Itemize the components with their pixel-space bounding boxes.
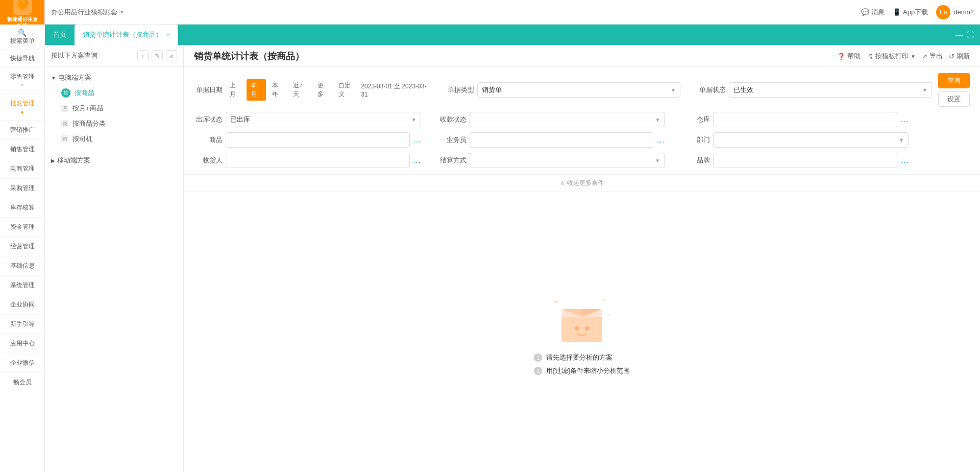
filter-cell-dept: 部门 ▼ (681, 132, 909, 148)
sidebar-item-sales[interactable]: 销售管理 (0, 140, 44, 159)
message-icon: 💬 (861, 8, 869, 16)
scheme-item-driver[interactable]: 司 按司机 (45, 131, 183, 147)
app-download-label: App下载 (903, 8, 928, 17)
filter-cell-warehouse: 仓库 … (681, 112, 909, 127)
collapse-panel-btn[interactable]: « (166, 50, 177, 61)
dept-select[interactable]: ▼ (713, 132, 909, 148)
sidebar: 🧡 畅捷通好生意 标版 🔍 搜索菜单 快捷导航 零售管理 ▼ 批发管理 ▲ 营销… (0, 0, 45, 472)
date-range-text: 2023-03-01 至 2023-03-31 (361, 82, 429, 98)
scheme-parent-mobile[interactable]: ▶ 移动端方案 (45, 153, 183, 168)
goods-ellipsis[interactable]: … (413, 135, 421, 145)
query-area: 销货单统计计表（按商品） ❓ 帮助 🖨 按模板打印 ▼ ↗ 导出 (184, 45, 980, 472)
sidebar-item-label: 畅会员 (0, 378, 44, 387)
settlement-label: 结算方式 (438, 156, 467, 165)
tab-home[interactable]: 首页 (45, 25, 75, 45)
sidebar-item-wechat[interactable]: 企业微信 (0, 353, 44, 373)
payment-select[interactable]: ▼ (470, 112, 665, 127)
scheme-label: 按司机 (72, 134, 92, 144)
sidebar-item-newuser[interactable]: 新手引导 (0, 315, 44, 334)
collapse-bar[interactable]: ∧ 收起更多条件 (184, 175, 980, 192)
svg-text:✦: ✦ (602, 297, 606, 302)
chevron-down-icon: ▼ (899, 137, 904, 143)
scheme-parent-desktop[interactable]: ▼ 电脑端方案 (45, 70, 183, 85)
edit-scheme-btn[interactable]: ✎ (152, 50, 163, 61)
salesman-ellipsis[interactable]: … (656, 135, 665, 145)
date-label: 单据日期 (194, 85, 223, 95)
empty-illustration: ✦ ✦ ✦ (549, 289, 615, 345)
chevron-down-icon: ▼ (922, 87, 927, 93)
print-dropdown-icon: ▼ (911, 54, 916, 59)
tab-sales-report-label: 销货单统计计表（按商品） (83, 30, 162, 39)
filter-panel-header: 按以下方案查询 + ✎ « (45, 45, 183, 67)
query-button[interactable]: 查询 (938, 73, 970, 88)
window-minimize-icon[interactable]: — (955, 31, 963, 39)
empty-step-1-text: 请先选择要分析的方案 (546, 353, 612, 362)
date-tab-last-month[interactable]: 上月 (226, 79, 244, 101)
scheme-item-month-goods[interactable]: 月 按月+商品 (45, 101, 183, 116)
outstatus-select[interactable]: 已出库 ▼ (226, 112, 421, 127)
sidebar-item-inventory[interactable]: 库存核算 (0, 198, 44, 218)
sidebar-item-appcenter[interactable]: 应用中心 (0, 334, 44, 353)
brand-ellipsis[interactable]: … (900, 156, 909, 165)
industry-selector[interactable]: 办公用品行业模拟账套 ▼ (51, 8, 125, 17)
sidebar-item-ecommerce[interactable]: 电商管理 (0, 159, 44, 179)
window-maximize-icon[interactable]: ⛶ (967, 31, 974, 39)
receiver-ellipsis[interactable]: … (413, 156, 421, 165)
edit-icon: ✎ (155, 52, 160, 60)
warehouse-ellipsis[interactable]: … (900, 115, 909, 124)
sidebar-item-marketing[interactable]: 营销推广 (0, 121, 44, 140)
sidebar-item-label: 新手引导 (0, 320, 44, 328)
scheme-group-mobile: ▶ 移动端方案 (45, 150, 183, 171)
dept-label: 部门 (681, 135, 710, 145)
filter-form: 单据日期 上月 本月 本年 近7天 更多 自定义 2023-03-01 至 20… (184, 67, 980, 175)
chevron-down-icon: ▼ (655, 117, 660, 123)
sidebar-item-finance[interactable]: 资金管理 (0, 218, 44, 237)
sidebar-item-retail[interactable]: 零售管理 ▼ (0, 67, 44, 94)
app-download-btn[interactable]: 📱 App下载 (893, 8, 928, 17)
sidebar-item-system[interactable]: 系统管理 (0, 276, 44, 295)
add-scheme-btn[interactable]: + (137, 50, 149, 61)
sidebar-item-wholesale[interactable]: 批发管理 ▲ (0, 94, 44, 121)
brand-input[interactable] (713, 153, 897, 168)
sidebar-item-member[interactable]: 畅会员 (0, 373, 44, 392)
date-tab-more[interactable]: 更多 (313, 79, 332, 101)
settings-button[interactable]: 设置 (938, 91, 970, 107)
app-logo: 🧡 畅捷通好生意 标版 (0, 0, 44, 25)
scheme-item-by-goods[interactable]: 按 按商品 (45, 85, 183, 101)
sidebar-item-basics[interactable]: 基础信息 (0, 256, 44, 276)
print-btn[interactable]: 🖨 按模板打印 ▼ (867, 52, 916, 61)
date-tab-7days[interactable]: 近7天 (289, 79, 311, 101)
sidebar-item-purchase[interactable]: 采购管理 (0, 179, 44, 198)
expand-arrow-icon: ▼ (51, 75, 56, 81)
tab-sales-report[interactable]: 销货单统计计表（按商品） × (75, 25, 178, 45)
filter-cell-docstatus: 单据状态 已生效 ▼ (697, 82, 932, 98)
date-tab-this-year[interactable]: 本年 (268, 79, 287, 101)
help-btn[interactable]: ❓ 帮助 (837, 52, 861, 61)
scheme-parent-label: 电脑端方案 (58, 73, 91, 82)
tab-close-icon[interactable]: × (166, 31, 170, 38)
collapse-label: ∧ 收起更多条件 (560, 179, 603, 186)
main-area: 办公用品行业模拟账套 ▼ 💬 消息 📱 App下载 Ea demo2 首页 (45, 0, 980, 472)
doctype-select[interactable]: 销货单 ▼ (477, 82, 680, 98)
quick-nav[interactable]: 快捷导航 (0, 50, 44, 67)
message-btn[interactable]: 💬 消息 (861, 8, 885, 17)
user-menu[interactable]: Ea demo2 (936, 5, 974, 19)
warehouse-input[interactable] (713, 112, 897, 127)
salesman-input[interactable] (470, 132, 654, 148)
scheme-item-category[interactable]: 类 按商品分类 (45, 116, 183, 131)
chevron-down-icon: ▼ (411, 117, 416, 123)
export-btn[interactable]: ↗ 导出 (922, 52, 943, 61)
date-tab-custom[interactable]: 自定义 (334, 79, 359, 101)
date-tab-this-month[interactable]: 本月 (247, 79, 265, 101)
search-menu[interactable]: 🔍 搜索菜单 (0, 25, 44, 50)
goods-input[interactable] (226, 132, 410, 148)
receiver-input[interactable] (226, 153, 410, 168)
settlement-select[interactable]: ▼ (470, 153, 665, 168)
sidebar-item-enterprise[interactable]: 企业协同 (0, 295, 44, 315)
filter-cell-date: 单据日期 上月 本月 本年 近7天 更多 自定义 2023-03-01 至 20… (194, 79, 429, 101)
docstatus-select[interactable]: 已生效 ▼ (729, 82, 932, 98)
empty-step-1: 1 请先选择要分析的方案 (534, 353, 629, 362)
svg-point-4 (575, 326, 579, 331)
refresh-btn[interactable]: ↺ 刷新 (949, 52, 970, 61)
sidebar-item-operations[interactable]: 经营管理 (0, 237, 44, 256)
